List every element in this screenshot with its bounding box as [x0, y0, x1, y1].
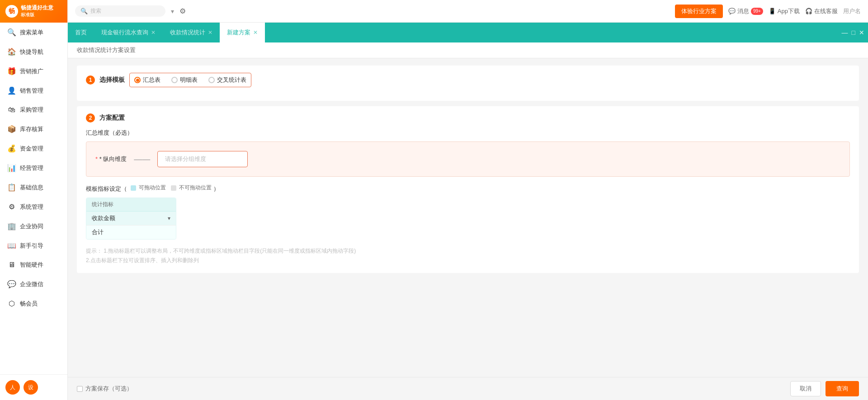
sidebar-item-enterprise[interactable]: 🏢 企业协同: [0, 216, 67, 236]
settings-icon: ⚙: [7, 202, 16, 211]
template-options: 汇总表 明细表 交叉统计表: [129, 73, 251, 87]
vip-icon: ⬡: [7, 299, 16, 308]
user-name: 用户名: [843, 7, 861, 15]
tab-cashflow-close[interactable]: ✕: [151, 29, 156, 36]
fixed-legend: 不可拖动位置: [171, 184, 212, 192]
sidebar-item-sales[interactable]: 👤 销售管理: [0, 81, 67, 100]
save-checkbox[interactable]: [77, 386, 83, 392]
clipboard-icon: 📋: [7, 183, 16, 192]
tab-new-plan[interactable]: 新建方案 ✕: [220, 23, 265, 42]
maximize-icon[interactable]: □: [852, 29, 855, 36]
industry-btn[interactable]: 体验行业方案: [675, 5, 723, 18]
gear-icon[interactable]: ⚙: [179, 7, 186, 15]
save-checkbox-label[interactable]: 方案保存（可选）: [77, 385, 132, 393]
search-icon: 🔍: [7, 28, 16, 37]
search-icon-topbar: 🔍: [80, 8, 88, 14]
main-area: 🔍 搜索 ▾ ⚙ 体验行业方案 💬 消息 99+ 📱 App下载 🎧 在线客服 …: [68, 0, 868, 400]
step2-badge: 2: [86, 113, 95, 122]
gift-icon: 🎁: [7, 67, 16, 75]
sidebar: 畅 畅捷通好生意 标准版 🔍 搜索菜单 🏠 快捷导航 🎁 营销推广 👤 销售管理…: [0, 0, 68, 400]
logo-icon: 畅: [5, 5, 18, 18]
topbar-actions: 体验行业方案 💬 消息 99+ 📱 App下载 🎧 在线客服 用户名: [675, 5, 861, 18]
wechat-icon: 💬: [7, 280, 16, 288]
metrics-table: 统计指标 收款金额 ▾ 合计: [86, 198, 176, 240]
step1-title-row: 1 选择模板 汇总表 明细表: [86, 73, 850, 87]
step1-section: 1 选择模板 汇总表 明细表: [77, 66, 859, 101]
tab-receipt-stat[interactable]: 收款情况统计 ✕: [163, 23, 220, 42]
book-icon: 📖: [7, 241, 16, 250]
hint-1: 提示： 1.拖动标题栏可以调整布局，不可跨维度或指标区域拖动栏目字段(只能在同一…: [86, 246, 850, 256]
home-icon: 🏠: [7, 47, 16, 56]
message-btn[interactable]: 💬 消息 99+: [728, 7, 763, 15]
sidebar-item-vip[interactable]: ⬡ 畅会员: [0, 294, 67, 313]
sidebar-logo: 畅 畅捷通好生意 标准版: [0, 0, 67, 23]
dimension-title: 汇总维度（必选）: [86, 129, 850, 137]
topbar-dropdown-icon[interactable]: ▾: [171, 8, 174, 15]
dimension-select[interactable]: 请选择分组维度: [157, 151, 248, 167]
radio-summary-circle: [134, 77, 141, 83]
sidebar-item-purchase[interactable]: 🛍 采购管理: [0, 100, 67, 119]
metrics-label: 模板指标设定（ 可拖动位置 不可拖动位置 ）: [86, 185, 219, 192]
content-body: 1 选择模板 汇总表 明细表: [68, 58, 868, 377]
sidebar-item-base[interactable]: 📋 基础信息: [0, 178, 67, 197]
sidebar-avatar-left[interactable]: 人: [5, 380, 20, 395]
logo-text: 畅捷通好生意 标准版: [21, 5, 53, 18]
bag-icon: 🛍: [7, 106, 16, 114]
enterprise-icon: 🏢: [7, 222, 16, 231]
radio-cross[interactable]: 交叉统计表: [208, 76, 246, 84]
metrics-config-row: 模板指标设定（ 可拖动位置 不可拖动位置 ）: [86, 184, 850, 193]
metrics-row-0[interactable]: 收款金额 ▾: [86, 212, 176, 226]
query-button[interactable]: 查询: [826, 381, 859, 396]
sidebar-item-marketing[interactable]: 🎁 营销推广: [0, 61, 67, 81]
draggable-dot: [131, 185, 136, 191]
tab-home[interactable]: 首页: [68, 23, 94, 42]
fixed-dot: [171, 185, 176, 191]
metrics-row-1: 合计: [86, 226, 176, 239]
online-service-btn[interactable]: 🎧 在线客服: [805, 7, 838, 15]
sidebar-item-wechat[interactable]: 💬 企业微信: [0, 274, 67, 294]
money-icon: 💰: [7, 144, 16, 153]
box-icon: 📦: [7, 125, 16, 133]
minimize-icon[interactable]: —: [842, 29, 848, 36]
close-icon[interactable]: ✕: [859, 29, 864, 36]
step2-section: 2 方案配置 汇总维度（必选） * * 纵向维度 —— 请选择分组维度: [77, 106, 859, 273]
search-box[interactable]: 🔍 搜索: [75, 5, 165, 17]
tabbar: 首页 现金银行流水查询 ✕ 收款情况统计 ✕ 新建方案 ✕ — □ ✕: [68, 23, 868, 42]
step1-label: 选择模板: [99, 76, 125, 84]
chart-icon: 📊: [7, 164, 16, 172]
drag-legend: 可拖动位置: [131, 184, 166, 192]
metrics-header: 统计指标: [86, 198, 176, 212]
dimension-area: * * 纵向维度 —— 请选择分组维度: [86, 141, 850, 177]
sidebar-item-search[interactable]: 🔍 搜索菜单: [0, 23, 67, 42]
step1-badge: 1: [86, 75, 95, 85]
service-icon: 🎧: [805, 8, 812, 14]
content-area: 收款情况统计方案设置 1 选择模板 汇总表: [68, 42, 868, 400]
sidebar-item-operation[interactable]: 📊 经营管理: [0, 158, 67, 178]
app-download-btn[interactable]: 📱 App下载: [769, 7, 800, 15]
sidebar-item-nav[interactable]: 🏠 快捷导航: [0, 42, 67, 61]
sidebar-item-finance[interactable]: 💰 资金管理: [0, 139, 67, 158]
user-icon: 👤: [7, 86, 16, 95]
download-icon: 📱: [769, 8, 776, 14]
dimension-row-label: * * 纵向维度: [95, 155, 127, 163]
tab-new-plan-close[interactable]: ✕: [253, 29, 258, 36]
metrics-dropdown-icon[interactable]: ▾: [168, 215, 170, 221]
sidebar-item-inventory[interactable]: 📦 库存核算: [0, 119, 67, 139]
tab-receipt-stat-close[interactable]: ✕: [208, 29, 212, 36]
tab-cashflow[interactable]: 现金银行流水查询 ✕: [94, 23, 163, 42]
step2-label: 方案配置: [99, 114, 125, 122]
message-icon: 💬: [728, 8, 736, 14]
radio-summary[interactable]: 汇总表: [134, 76, 160, 84]
radio-cross-circle: [208, 77, 215, 83]
radio-detail[interactable]: 明细表: [171, 76, 198, 84]
cancel-button[interactable]: 取消: [790, 381, 821, 396]
sidebar-item-guide[interactable]: 📖 新手引导: [0, 236, 67, 255]
tabbar-controls: — □ ✕: [842, 29, 868, 36]
breadcrumb: 收款情况统计方案设置: [68, 42, 868, 58]
sidebar-item-hardware[interactable]: 🖥 智能硬件: [0, 255, 67, 274]
sidebar-item-system[interactable]: ⚙ 系统管理: [0, 197, 67, 216]
dimension-arrow: ——: [134, 155, 150, 164]
bottom-actions: 取消 查询: [790, 381, 859, 396]
sidebar-avatar-right[interactable]: 设: [24, 380, 38, 395]
hint-2: 2.点击标题栏下拉可设置排序、插入列和删除列: [86, 256, 850, 266]
